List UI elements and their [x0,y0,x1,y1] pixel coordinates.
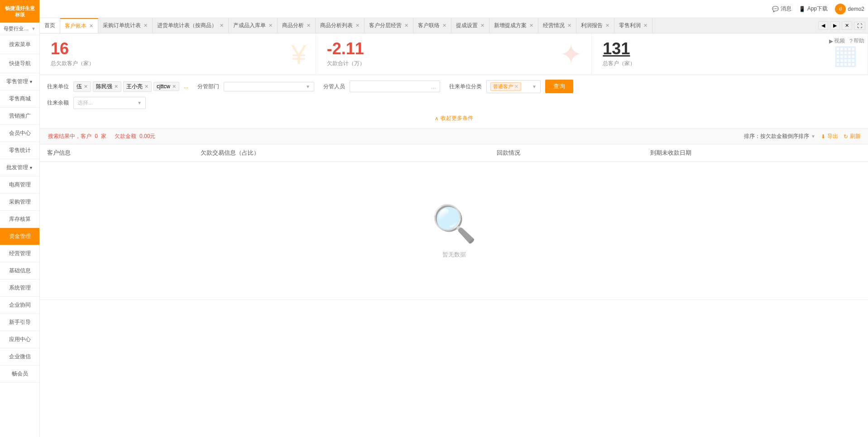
tab-product-analysis-list[interactable]: 商品分析列表✕ [316,18,364,33]
tab-home[interactable]: 首页 [40,18,60,33]
tab-close-customer-tier[interactable]: ✕ [404,23,408,28]
search-menu-button[interactable]: 搜索菜单 [3,39,37,50]
sidebar-nav: 零售管理▼零售商城营销推广会员中心零售统计批发管理▼电商管理采购管理库存核算资金… [0,73,39,383]
collapse-btn[interactable]: ∧ 收起更多条件 [47,113,861,124]
sidebar-item-inventory[interactable]: 库存核算 [0,211,39,228]
unit-filter-tags: 伍✕陈民强✕王小亮✕cjttcw✕ [73,81,179,92]
tab-prev-btn[interactable]: ◀ [818,21,828,30]
tab-customer-contact[interactable]: 客户联络✕ [413,18,451,33]
tab-advance-settings[interactable]: 提成设置✕ [451,18,489,33]
tab-customer-balance[interactable]: 客户账本✕ [60,18,98,33]
unit-tags-more[interactable]: ... [184,83,188,90]
tab-close-retail-profit[interactable]: ✕ [643,23,647,28]
tab-close-customer-balance[interactable]: ✕ [89,23,93,29]
sidebar-item-purchase-mgmt[interactable]: 采购管理 [0,194,39,211]
tab-close-new-advance[interactable]: ✕ [529,23,533,28]
sidebar-item-enterprise-coop[interactable]: 企业协同 [0,297,39,314]
unit-tag-cjttcw: cjttcw✕ [153,82,179,91]
overdue-customers-value: 16 [51,41,69,57]
query-button[interactable]: 查询 [545,80,573,93]
tab-retail-profit[interactable]: 零售利润✕ [614,18,652,33]
person-selector[interactable]: ... [350,81,440,92]
search-menu-section: 搜索菜单 [0,35,39,54]
tab-cost-inbound[interactable]: 产成品入库单✕ [229,18,278,33]
message-btn[interactable]: 💬 消息 [772,5,791,13]
account-selector-arrow[interactable]: ▼ [31,26,36,31]
dept-selector[interactable]: ▼ [224,82,314,91]
main-area: 💬 消息 📱 App下载 d demo2 首页客户账本✕采购订单统计表✕进货单统… [40,0,868,437]
tab-close-profit-report[interactable]: ✕ [605,23,609,28]
tab-close-inbound-stats[interactable]: ✕ [220,23,224,28]
table-body: 🔍 暂无数据 [40,162,868,300]
sidebar-item-retail-stats[interactable]: 零售统计 [0,142,39,159]
balance-filter-label: 往来余额 [47,99,69,107]
app-download-btn[interactable]: 📱 App下载 [799,5,828,13]
collapse-icon: ∧ [435,115,439,122]
tab-profit-report[interactable]: 利润报告✕ [576,18,614,33]
tab-close-business-status[interactable]: ✕ [567,23,571,28]
balance-selector-arrow: ▼ [137,100,142,105]
sidebar-item-app-center[interactable]: 应用中心 [0,331,39,348]
summary-help: ▶ 视频 ? 帮助 [829,37,864,45]
tab-fullscreen-btn[interactable]: ⛶ [854,22,865,30]
tab-next-btn[interactable]: ▶ [830,21,840,30]
sidebar-item-retail-mgmt[interactable]: 零售管理▼ [0,73,39,90]
sidebar-item-new-guide[interactable]: 新手引导 [0,314,39,331]
avatar: d [835,4,846,14]
tab-purchase-order[interactable]: 采购订单统计表✕ [98,18,153,33]
sidebar-item-system-mgmt[interactable]: 系统管理 [0,280,39,297]
sidebar: 畅捷通好生意 标版 母婴行业演示帐套 ▼ 搜索菜单 快捷导航 零售管理▼零售商城… [0,0,40,437]
tab-new-advance[interactable]: 新增提成方案✕ [489,18,538,33]
sidebar-item-member-center[interactable]: 会员中心 [0,125,39,142]
tab-product-analysis[interactable]: 商品分析✕ [278,18,316,33]
tab-business-status[interactable]: 经营情况✕ [538,18,576,33]
tab-close-purchase-order[interactable]: ✕ [144,23,148,28]
refresh-btn[interactable]: ↻ 刷新 [844,133,861,140]
quick-nav-button[interactable]: 快捷导航 [3,58,37,69]
overdue-amount-label: 欠款合计（万） [327,60,365,67]
tab-close-all-btn[interactable]: ✕ [842,21,852,30]
sidebar-item-vip-member[interactable]: 畅会员 [0,366,39,383]
sort-selector[interactable]: 排序：按欠款金额倒序排序 ▼ [744,133,815,140]
balance-selector[interactable]: 选择... ▼ [73,97,146,109]
refresh-icon: ↻ [844,133,848,140]
person-selector-dots[interactable]: ... [431,83,436,90]
content: ¥ 16 总欠款客户（家） ✦ -2.11 欠款合计（万） ▦ 131 总客户（… [40,33,868,437]
topbar-right: 💬 消息 📱 App下载 d demo2 [772,4,864,14]
category-tag-close[interactable]: ✕ [514,84,518,90]
results-info: 搜索结果中，客户 0 家 欠款金额 0.00元 [47,133,156,140]
filter-row-2: 往来余额 选择... ▼ [47,97,861,109]
app-logo: 畅捷通好生意 标版 [0,0,39,23]
tab-close-advance-settings[interactable]: ✕ [480,23,484,28]
export-btn[interactable]: ⬇ 导出 [821,133,838,140]
tab-close-cost-inbound[interactable]: ✕ [269,23,273,28]
sidebar-item-enterprise-wechat[interactable]: 企业微信 [0,348,39,366]
tab-close-customer-contact[interactable]: ✕ [442,23,446,28]
sidebar-item-retail-mall[interactable]: 零售商城 [0,90,39,108]
summary-bar: ¥ 16 总欠款客户（家） ✦ -2.11 欠款合计（万） ▦ 131 总客户（… [40,33,868,75]
sidebar-item-wholesale-mgmt[interactable]: 批发管理▼ [0,159,39,176]
help-btn[interactable]: ? 帮助 [849,37,864,45]
video-icon: ▶ [829,38,833,44]
sidebar-item-capital-mgmt[interactable]: 资金管理 [0,228,39,245]
sidebar-item-business-mgmt[interactable]: 经营管理 [0,245,39,262]
sidebar-item-ecommerce-mgmt[interactable]: 电商管理 [0,176,39,194]
sidebar-item-basic-info[interactable]: 基础信息 [0,262,39,280]
help-icon: ? [849,38,853,44]
category-selector[interactable]: 普通客户 ✕ ▼ [486,80,541,93]
tab-close-product-analysis[interactable]: ✕ [307,23,311,28]
tab-customer-tier[interactable]: 客户分层经营✕ [364,18,413,33]
user-menu[interactable]: d demo2 [835,4,864,14]
tab-close-product-analysis-list[interactable]: ✕ [355,23,360,28]
message-icon: 💬 [772,6,779,12]
category-selector-arrow: ▼ [532,84,537,89]
topbar: 💬 消息 📱 App下载 d demo2 [40,0,868,18]
phone-icon: 📱 [799,6,806,12]
video-btn[interactable]: ▶ 视频 [829,37,845,45]
sidebar-item-marketing[interactable]: 营销推广 [0,108,39,125]
table-header: 客户信息欠款交易信息（占比）回款情况到期未收款日期 [40,144,868,162]
amount-value: 0.00元 [139,133,155,139]
unit-filter-label: 往来单位 [47,83,69,90]
tab-inbound-stats[interactable]: 进货单统计表（按商品）✕ [153,18,229,33]
user-label: demo2 [848,6,864,12]
